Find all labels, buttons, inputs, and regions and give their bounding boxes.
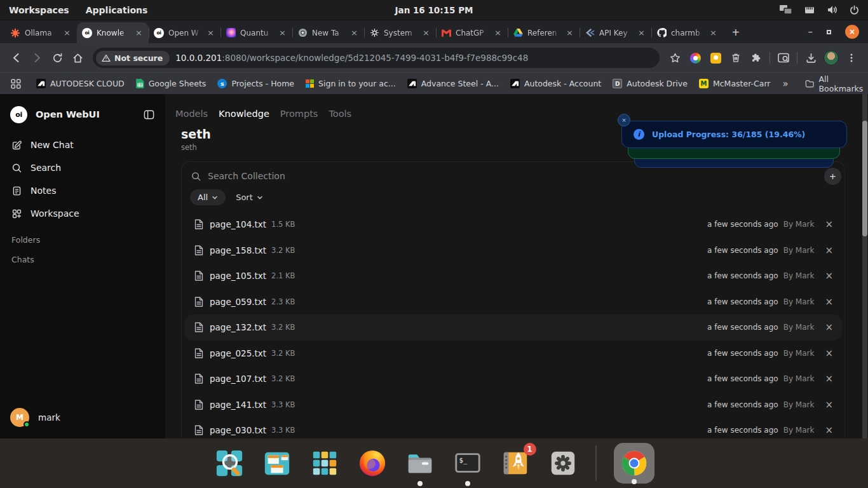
bookmark-sign-in-to-your-ac[interactable]: Sign in to your ac...: [300, 76, 402, 91]
dock-terminal-icon[interactable]: $_: [452, 448, 483, 478]
tab-close-icon[interactable]: ×: [62, 28, 72, 37]
extension-keep-icon[interactable]: [705, 48, 726, 68]
dock-app-grid-icon[interactable]: [309, 448, 340, 478]
tab-close-icon[interactable]: ×: [493, 28, 503, 37]
extension-pinwheel-icon[interactable]: [685, 48, 705, 68]
browser-tab-ollama[interactable]: Ollama×: [5, 22, 77, 43]
network-icon[interactable]: [804, 6, 815, 15]
dock-firefox-icon[interactable]: [357, 448, 388, 478]
file-row-page-141-txt[interactable]: page_141.txt3.3 KBa few seconds agoBy Ma…: [184, 392, 842, 418]
window-close-button[interactable]: ×: [845, 25, 859, 39]
sidebar-item-new-chat[interactable]: New Chat: [0, 133, 165, 156]
dock-window-manager-icon[interactable]: [262, 448, 292, 478]
file-row-page-030-txt[interactable]: page_030.txt3.3 KBa few seconds agoBy Ma…: [184, 417, 842, 438]
browser-tab-quantu[interactable]: Quantu×: [220, 22, 292, 43]
apps-grid-icon[interactable]: [8, 76, 24, 92]
all-bookmarks-button[interactable]: All Bookmarks: [801, 72, 868, 96]
tab-close-icon[interactable]: ×: [278, 28, 287, 37]
add-content-button[interactable]: +: [824, 168, 841, 185]
browser-tab-system[interactable]: System×: [364, 22, 436, 43]
address-bar[interactable]: Not secure 10.0.0.201:8080/workspace/kno…: [93, 48, 660, 68]
bookmark-mcmaster-carr[interactable]: MMcMaster-Carr: [693, 76, 776, 91]
scrollbar-thumb[interactable]: [862, 121, 867, 236]
file-remove-icon[interactable]: ×: [825, 424, 833, 436]
tab-tools[interactable]: Tools: [329, 109, 351, 119]
not-secure-badge[interactable]: Not secure: [96, 51, 170, 65]
sidebar-item-workspace[interactable]: Workspace: [0, 202, 165, 225]
file-remove-icon[interactable]: ×: [825, 322, 833, 333]
browser-tab-chatgp[interactable]: ChatGP×: [436, 22, 508, 43]
browser-tab-charmb[interactable]: charmb×: [651, 22, 723, 43]
user-menu[interactable]: M mark: [0, 404, 165, 431]
file-remove-icon[interactable]: ×: [825, 219, 833, 230]
browser-menu-button[interactable]: [841, 48, 862, 68]
file-row-page-158-txt[interactable]: page_158.txt3.2 KBa few seconds agoBy Ma…: [184, 238, 842, 264]
tab-close-icon[interactable]: ×: [349, 28, 359, 37]
file-remove-icon[interactable]: ×: [825, 348, 833, 359]
home-button[interactable]: [67, 48, 88, 68]
filter-all-dropdown[interactable]: All: [190, 189, 226, 205]
file-remove-icon[interactable]: ×: [825, 245, 833, 256]
bookmark-advance-steel-a[interactable]: Advance Steel - A...: [402, 76, 505, 91]
file-remove-icon[interactable]: ×: [825, 399, 833, 410]
reload-button[interactable]: [47, 48, 67, 68]
sidebar-item-notes[interactable]: Notes: [0, 179, 165, 202]
window-minimize-button[interactable]: –: [808, 26, 813, 37]
dock-launcher-icon[interactable]: 1: [500, 448, 531, 478]
volume-icon[interactable]: [827, 5, 838, 15]
tab-close-icon[interactable]: ×: [206, 28, 215, 37]
tab-close-icon[interactable]: ×: [134, 28, 144, 37]
profile-avatar[interactable]: [821, 48, 841, 68]
file-row-page-025-txt[interactable]: page_025.txt3.2 KBa few seconds agoBy Ma…: [184, 341, 842, 367]
forward-button[interactable]: [27, 48, 47, 68]
tab-close-icon[interactable]: ×: [637, 28, 646, 37]
dock-settings-icon[interactable]: [548, 448, 578, 478]
browser-tab-open-w[interactable]: oiOpen W×: [149, 22, 220, 43]
file-remove-icon[interactable]: ×: [825, 270, 833, 281]
bookmark-autodesk-drive[interactable]: DAutodesk Drive: [607, 76, 693, 91]
bookmark-autodesk-account[interactable]: Autodesk - Account: [505, 76, 607, 91]
tab-close-icon[interactable]: ×: [709, 28, 718, 37]
extensions-puzzle-icon[interactable]: [746, 48, 766, 68]
downloads-button[interactable]: [801, 48, 821, 68]
file-row-page-107-txt[interactable]: page_107.txt3.2 KBa few seconds agoBy Ma…: [184, 366, 842, 392]
extension-trash-icon[interactable]: [726, 48, 746, 68]
toast-close-button[interactable]: ×: [618, 114, 630, 126]
file-row-page-132-txt[interactable]: page_132.txt3.2 KBa few seconds agoBy Ma…: [184, 315, 842, 341]
file-remove-icon[interactable]: ×: [825, 373, 833, 384]
dock-chrome-icon[interactable]: [614, 443, 654, 484]
tab-prompts[interactable]: Prompts: [280, 109, 318, 119]
file-row-page-104-txt[interactable]: page_104.txt1.5 KBa few seconds agoBy Ma…: [184, 212, 842, 238]
browser-tab-new-ta[interactable]: New Ta×: [292, 22, 364, 43]
file-row-page-105-txt[interactable]: page_105.txt2.1 KBa few seconds agoBy Ma…: [184, 263, 842, 289]
tab-models[interactable]: Models: [175, 109, 208, 119]
bookmark-autodesk-cloud[interactable]: AUTODESK CLOUD: [31, 76, 130, 91]
sort-dropdown[interactable]: Sort: [232, 189, 267, 205]
bookmark-google-sheets[interactable]: Google Sheets: [130, 76, 212, 91]
browser-tab-api-key[interactable]: API Key×: [580, 22, 651, 43]
new-tab-button[interactable]: +: [728, 26, 743, 39]
clock[interactable]: Jan 16 10:15 PM: [395, 5, 473, 15]
applications-menu[interactable]: Applications: [86, 5, 148, 15]
dock-file-manager-icon[interactable]: [405, 448, 435, 478]
back-button[interactable]: [6, 48, 27, 68]
sidebar-item-search[interactable]: Search: [0, 156, 165, 179]
bookmarks-overflow-chevron[interactable]: »: [776, 78, 794, 90]
file-remove-icon[interactable]: ×: [825, 296, 833, 308]
dock-app-finder-icon[interactable]: [214, 448, 245, 478]
search-collection-input[interactable]: [208, 171, 834, 181]
tab-close-icon[interactable]: ×: [565, 28, 574, 37]
tab-knowledge[interactable]: Knowledge: [219, 109, 269, 119]
browser-tab-referen[interactable]: Referen×: [508, 22, 580, 43]
tab-search-icon[interactable]: [773, 48, 794, 68]
window-maximize-button[interactable]: [827, 30, 831, 34]
workspace-switcher-icon[interactable]: [779, 4, 792, 15]
sidebar-toggle-icon[interactable]: [143, 109, 155, 121]
workspaces-menu[interactable]: Workspaces: [9, 5, 69, 15]
bookmark-star-icon[interactable]: [665, 48, 685, 68]
power-icon[interactable]: [850, 5, 859, 15]
tab-close-icon[interactable]: ×: [421, 28, 431, 37]
browser-tab-knowle[interactable]: oiKnowle×: [77, 22, 149, 43]
bookmark-projects-home[interactable]: sProjects - Home: [212, 76, 300, 91]
page-scrollbar[interactable]: [862, 94, 867, 438]
